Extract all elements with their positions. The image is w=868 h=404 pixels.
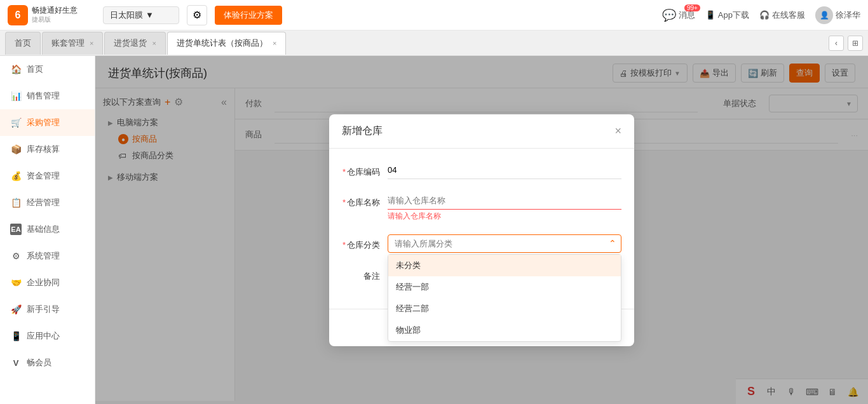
warehouse-category-input[interactable] [388,234,621,253]
modal-header: 新增仓库 × [329,114,634,149]
top-bar: 6 畅捷通好生意 捷易版 日太阳膜 ▼ ⚙ 体验行业方案 💬 消息 99+ 📱 … [0,0,868,30]
notification-area[interactable]: 💬 消息 99+ [662,8,695,22]
apps-icon: 📱 [10,330,22,342]
sidebar-item-home[interactable]: 🏠 首页 [0,56,95,83]
avatar: 👤 [815,6,833,24]
category-dropdown-arrow-icon: ⌃ [609,238,616,248]
sidebar-item-sales[interactable]: 📊 销售管理 [0,83,95,109]
user-menu[interactable]: 👤 徐泽华 [815,6,860,24]
notification-badge: 99+ [684,4,700,11]
tab-home[interactable]: 首页 [5,32,41,55]
management-icon: 📋 [10,197,22,208]
trial-button[interactable]: 体验行业方案 [215,6,282,25]
inventory-icon: 📦 [10,144,22,155]
sidebar-item-purchase[interactable]: 🛒 采购管理 [0,109,95,136]
warehouse-name-label: 仓库名称 [342,192,380,208]
finance-icon: 💰 [10,170,22,182]
dropdown-item-dept2[interactable]: 经营二部 [388,298,621,320]
modal-title: 新增仓库 [342,125,383,138]
headset-icon: 🎧 [759,10,770,20]
store-selector[interactable]: 日太阳膜 ▼ [103,6,179,24]
modal-close-button[interactable]: × [614,125,621,138]
modal-body: 仓库编码 仓库名称 请输入仓库名称 [329,149,634,309]
warehouse-code-field [388,161,621,179]
tab-purchase-stats[interactable]: 进货单统计表（按商品） × [167,32,286,55]
tab-bar: 首页 账套管理 × 进货退货 × 进货单统计表（按商品） × ‹ ⊞ [0,30,868,56]
settings-icon[interactable]: ⚙ [187,5,207,25]
app-download-link[interactable]: 📱 App下载 [705,10,749,21]
sidebar-item-member[interactable]: V 畅会员 [0,349,95,376]
tab-controls: ‹ ⊞ [829,36,863,51]
sidebar-item-finance[interactable]: 💰 资金管理 [0,163,95,189]
logo-area: 6 畅捷通好生意 捷易版 [8,5,103,25]
dropdown-item-dept3[interactable]: 物业部 [388,320,621,341]
top-actions: ⚙ 体验行业方案 [187,5,282,25]
purchase-icon: 🛒 [10,117,22,128]
sidebar-item-enterprise[interactable]: 🤝 企业协同 [0,269,95,296]
warehouse-category-label: 仓库分类 [342,234,380,251]
dropdown-item-dept1[interactable]: 经营一部 [388,276,621,298]
top-right: 💬 消息 99+ 📱 App下载 🎧 在线客服 👤 徐泽华 [662,6,860,24]
content-area: 进货单统计(按商品) 🖨 按模板打印 ▼ 📤 导出 🔄 刷新 查询 设置 [95,56,868,404]
modal-overlay: 新增仓库 × 仓库编码 仓库名称 [95,56,868,404]
sidebar: 🏠 首页 📊 销售管理 🛒 采购管理 📦 库存核算 💰 资金管理 📋 经营管理 … [0,56,95,404]
sidebar-item-basic-info[interactable]: EA 基础信息 [0,216,95,243]
sidebar-item-system[interactable]: ⚙ 系统管理 [0,243,95,269]
main-layout: 🏠 首页 📊 销售管理 🛒 采购管理 📦 库存核算 💰 资金管理 📋 经营管理 … [0,56,868,404]
warehouse-code-input[interactable] [388,161,621,179]
enterprise-icon: 🤝 [10,277,22,288]
tab-close-stats[interactable]: × [273,39,276,47]
member-icon: V [10,357,22,368]
sidebar-item-inventory[interactable]: 📦 库存核算 [0,136,95,163]
warehouse-code-row: 仓库编码 [342,161,621,179]
warehouse-category-row: 仓库分类 ⌃ 未分类 经营一部 经营二部 物业部 [342,234,621,253]
system-icon: ⚙ [10,250,22,262]
modal-new-warehouse: 新增仓库 × 仓库编码 仓库名称 [329,114,634,346]
tab-purchase-return[interactable]: 进货退货 × [104,32,165,55]
tab-close-account[interactable]: × [90,39,93,47]
sales-icon: 📊 [10,90,22,102]
app-logo: 6 [8,5,28,25]
category-dropdown: 未分类 经营一部 经营二部 物业部 [388,254,621,342]
tab-account[interactable]: 账套管理 × [42,32,103,55]
warehouse-name-field: 请输入仓库名称 [388,192,621,222]
tab-close-return[interactable]: × [152,39,156,47]
dropdown-item-uncategorized[interactable]: 未分类 [388,255,621,276]
app-name: 畅捷通好生意 [32,6,78,16]
home-icon: 🏠 [10,64,22,75]
sidebar-item-management[interactable]: 📋 经营管理 [0,189,95,216]
tab-next-btn[interactable]: ⊞ [848,36,863,51]
selector-chevron-icon: ▼ [146,10,154,20]
warehouse-category-wrapper: ⌃ 未分类 经营一部 经营二部 物业部 [388,234,621,253]
app-sub-name: 捷易版 [32,15,78,24]
tab-prev-btn[interactable]: ‹ [829,36,844,51]
warehouse-name-error: 请输入仓库名称 [388,211,621,222]
phone-icon: 📱 [705,10,715,20]
sidebar-item-newbie[interactable]: 🚀 新手引导 [0,296,95,323]
warehouse-name-row: 仓库名称 请输入仓库名称 [342,192,621,222]
notes-label: 备注 [342,266,380,282]
sidebar-item-apps[interactable]: 📱 应用中心 [0,323,95,349]
newbie-icon: 🚀 [10,304,22,315]
online-service-link[interactable]: 🎧 在线客服 [759,10,805,21]
basic-info-icon: EA [10,224,22,235]
warehouse-code-label: 仓库编码 [342,161,380,178]
warehouse-name-input[interactable] [388,192,621,210]
